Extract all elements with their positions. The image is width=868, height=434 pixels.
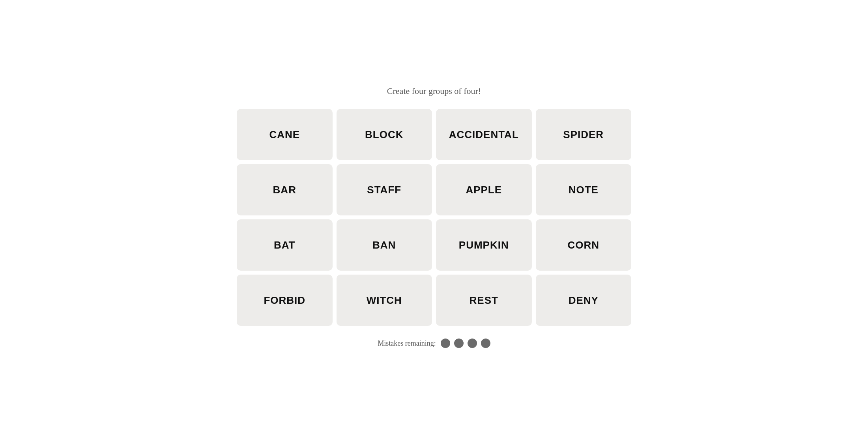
word-tile-staff[interactable]: STAFF [337, 164, 432, 215]
word-tile-label: STAFF [367, 184, 401, 196]
word-tile-label: BAT [274, 239, 296, 251]
word-tile-pumpkin[interactable]: PUMPKIN [436, 219, 532, 271]
word-tile-label: FORBID [264, 294, 305, 307]
word-tile-deny[interactable]: DENY [536, 275, 632, 326]
mistakes-row: Mistakes remaining: [378, 339, 490, 348]
word-tile-label: BAR [273, 184, 296, 196]
word-tile-label: DENY [569, 294, 599, 307]
word-grid: CANEBLOCKACCIDENTALSPIDERBARSTAFFAPPLENO… [237, 109, 631, 326]
word-tile-label: CORN [567, 239, 599, 251]
word-tile-block[interactable]: BLOCK [337, 109, 432, 160]
word-tile-corn[interactable]: CORN [536, 219, 632, 271]
word-tile-label: PUMPKIN [459, 239, 509, 251]
word-tile-accidental[interactable]: ACCIDENTAL [436, 109, 532, 160]
word-tile-label: SPIDER [563, 129, 604, 141]
word-tile-label: BLOCK [365, 129, 403, 141]
word-tile-cane[interactable]: CANE [237, 109, 333, 160]
mistake-dot-4 [481, 339, 490, 348]
word-tile-apple[interactable]: APPLE [436, 164, 532, 215]
word-tile-spider[interactable]: SPIDER [536, 109, 632, 160]
word-tile-bar[interactable]: BAR [237, 164, 333, 215]
game-subtitle: Create four groups of four! [387, 86, 481, 96]
mistake-dot-2 [454, 339, 464, 348]
mistakes-dots [441, 339, 490, 348]
word-tile-note[interactable]: NOTE [536, 164, 632, 215]
mistake-dot-3 [468, 339, 477, 348]
word-tile-rest[interactable]: REST [436, 275, 532, 326]
mistakes-label: Mistakes remaining: [378, 339, 436, 348]
word-tile-label: ACCIDENTAL [449, 129, 519, 141]
word-tile-ban[interactable]: BAN [337, 219, 432, 271]
game-container: Create four groups of four! CANEBLOCKACC… [237, 86, 631, 348]
word-tile-label: BAN [372, 239, 396, 251]
word-tile-bat[interactable]: BAT [237, 219, 333, 271]
word-tile-label: CANE [269, 129, 300, 141]
mistake-dot-1 [441, 339, 450, 348]
word-tile-label: WITCH [367, 294, 402, 307]
word-tile-forbid[interactable]: FORBID [237, 275, 333, 326]
word-tile-label: REST [470, 294, 498, 307]
word-tile-label: NOTE [569, 184, 599, 196]
word-tile-witch[interactable]: WITCH [337, 275, 432, 326]
word-tile-label: APPLE [466, 184, 502, 196]
